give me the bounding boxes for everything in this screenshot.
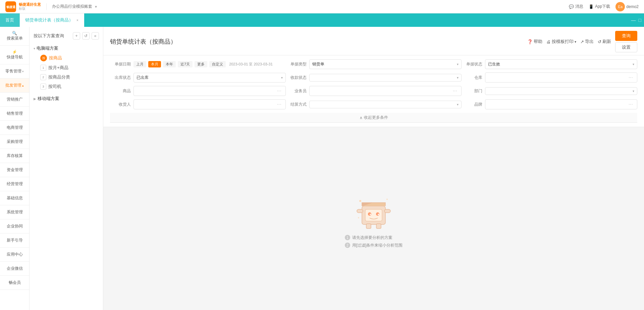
dept-control: ▾ xyxy=(485,87,637,95)
message-btn[interactable]: 💬 消息 xyxy=(569,4,583,9)
user-info[interactable]: Ea demo2 xyxy=(615,2,639,11)
tab-maximize-btn[interactable]: □ xyxy=(639,17,641,23)
date-this-year[interactable]: 本年 xyxy=(163,61,176,67)
sidebar-item-search[interactable]: 🔍 搜索菜单 xyxy=(0,27,29,46)
query-button[interactable]: 查询 xyxy=(615,31,637,41)
sidebar-item-ecom[interactable]: 电商管理 xyxy=(0,121,29,135)
sidebar-item-apps[interactable]: 应用中心 xyxy=(0,248,29,262)
hint-num-2: 2 xyxy=(345,243,350,248)
export-btn[interactable]: ↗ 导出 xyxy=(580,39,594,45)
tree-node-pc[interactable]: ▾ 电脑端方案 xyxy=(30,44,103,53)
help-btn[interactable]: ❓ 帮助 xyxy=(527,39,542,45)
sidebar-item-inventory[interactable]: 库存核算 xyxy=(0,149,29,163)
tree-child-label-goods: 按商品 xyxy=(49,55,62,61)
page-actions: ❓ 帮助 🖨 按模板打印 ▾ ↗ 导出 xyxy=(527,39,611,45)
page-title: 销货单统计表（按商品） xyxy=(110,38,176,46)
sidebar-item-cooperation[interactable]: 企业协同 xyxy=(0,219,29,234)
tree-arrow-pc: ▾ xyxy=(34,47,35,50)
goods-select[interactable]: ··· xyxy=(133,86,286,96)
tabbar: 首页 销货单统计表（按商品） × — □ xyxy=(0,13,644,27)
sidebar-item-member-label: 畅会员 xyxy=(0,280,29,286)
hint-text-2: 用[过滤]条件来缩小分析范围 xyxy=(352,243,403,248)
print-arrow: ▾ xyxy=(575,40,576,44)
add-scheme-btn[interactable]: + xyxy=(73,32,80,40)
doc-type-select[interactable]: 销货单 ▾ xyxy=(309,59,462,69)
sidebar-item-finance[interactable]: 资金管理 xyxy=(0,163,29,177)
tree-child-driver[interactable]: 3 按司机 xyxy=(30,82,103,91)
settlement-control: ▾ xyxy=(309,101,462,108)
brand-ellipsis[interactable]: ··· xyxy=(627,101,634,107)
sidebar-item-nav[interactable]: ⚡ 快捷导航 xyxy=(0,46,29,64)
phone-icon: 📱 xyxy=(589,4,594,9)
sidebar-item-guide[interactable]: 新手引导 xyxy=(0,234,29,248)
filter-area: 单据日期 上月 本月 本年 近7天 更多 自定义 2023-03-01 至 20… xyxy=(103,55,644,127)
sidebar-item-operation[interactable]: 经营管理 xyxy=(0,177,29,191)
settlement-select[interactable]: ▾ xyxy=(309,101,462,108)
doc-status-select[interactable]: 已生效 ▾ xyxy=(485,59,637,69)
collapse-filter-btn[interactable]: ∧ 收起更多条件 xyxy=(110,113,637,123)
tree-label-pc: 电脑端方案 xyxy=(37,45,58,51)
sidebar-item-basic-label: 基础信息 xyxy=(0,195,29,201)
hint-item-1: 1 请先选择要分析的方案 xyxy=(345,235,403,241)
receiver-ellipsis[interactable]: ··· xyxy=(276,101,283,107)
brand-select[interactable]: ··· xyxy=(485,99,637,109)
tree-child-category[interactable]: 2 按商品分类 xyxy=(30,72,103,82)
tab-sales-stat[interactable]: 销货单统计表（按商品） × xyxy=(20,13,84,27)
tree-child-by-goods[interactable]: 按 按商品 xyxy=(30,53,103,63)
sidebar-item-member[interactable]: 畅会员 xyxy=(0,276,29,290)
left-panel: 按以下方案查询 + ↺ « ▾ 电脑端方案 按 按商品 xyxy=(30,27,103,310)
export-label: 导出 xyxy=(585,39,594,45)
receipt-status-select[interactable]: ▾ xyxy=(309,74,462,82)
sidebar-item-sales[interactable]: 销售管理 xyxy=(0,107,29,121)
avatar-text: Ea xyxy=(618,5,623,9)
refresh-btn[interactable]: ↺ 刷新 xyxy=(598,39,611,45)
receiver-select[interactable]: ··· xyxy=(133,99,286,109)
doc-type-label: 单据类型 xyxy=(286,61,309,67)
workspace-name: 办公用品行业模拟账套 xyxy=(52,4,92,9)
sidebar-item-nav-label: 快捷导航 xyxy=(0,54,29,60)
doc-status-label: 单据状态 xyxy=(462,61,485,67)
tree-arrow-mobile: ▶ xyxy=(34,97,36,101)
collapse-panel-btn[interactable]: « xyxy=(92,32,99,40)
refresh-scheme-btn[interactable]: ↺ xyxy=(82,32,90,40)
warehouse-label: 仓库 xyxy=(462,75,485,81)
sidebar-item-purchase[interactable]: 采购管理 xyxy=(0,135,29,149)
sidebar-item-marketing[interactable]: 营销推广 xyxy=(0,93,29,107)
out-status-select[interactable]: 已出库 ▾ xyxy=(133,73,286,83)
warehouse-ellipsis[interactable]: ··· xyxy=(627,74,634,81)
staff-ellipsis[interactable]: ··· xyxy=(451,88,459,94)
active-scheme-icon: 按 xyxy=(40,55,47,61)
search-icon: 🔍 xyxy=(0,31,29,36)
tab-minimize-btn[interactable]: — xyxy=(631,17,636,23)
doc-type-arrow: ▾ xyxy=(457,62,459,66)
out-status-value: 已出库 xyxy=(137,75,149,81)
sidebar-item-wechat[interactable]: 企业微信 xyxy=(0,262,29,276)
warehouse-select[interactable]: ··· xyxy=(485,72,637,83)
date-7days[interactable]: 近7天 xyxy=(178,61,193,67)
export-icon: ↗ xyxy=(580,39,584,44)
date-custom[interactable]: 自定义 xyxy=(209,61,226,67)
tab-close-icon[interactable]: × xyxy=(76,18,78,22)
collapse-up-icon: ∧ xyxy=(360,115,363,120)
svg-text:畅捷通: 畅捷通 xyxy=(6,5,16,9)
set-button[interactable]: 设置 xyxy=(615,42,637,52)
refresh-icon: ↺ xyxy=(598,39,601,44)
dept-select[interactable]: ▾ xyxy=(485,87,637,95)
sidebar-item-basic[interactable]: 基础信息 xyxy=(0,191,29,205)
date-this-month[interactable]: 本月 xyxy=(148,61,161,67)
sidebar-item-system[interactable]: 系统管理 xyxy=(0,205,29,219)
print-btn[interactable]: 🖨 按模板打印 ▾ xyxy=(546,39,576,45)
date-prev-month[interactable]: 上月 xyxy=(133,61,146,67)
goods-ellipsis[interactable]: ··· xyxy=(276,88,283,94)
app-download-btn[interactable]: 📱 App下载 xyxy=(589,4,610,9)
date-more[interactable]: 更多 xyxy=(195,61,207,67)
doc-type-control: 销货单 ▾ xyxy=(309,59,462,69)
sidebar-item-wholesale[interactable]: 批发管理 ▴ xyxy=(0,79,29,93)
tree-child-monthly-goods[interactable]: 1 按月+商品 xyxy=(30,63,103,72)
retail-expand: 零售管理 ▾ xyxy=(0,68,29,74)
tree-node-mobile[interactable]: ▶ 移动端方案 xyxy=(30,94,103,103)
staff-select[interactable]: ··· xyxy=(309,86,462,96)
tab-home[interactable]: 首页 xyxy=(0,13,20,27)
sidebar-item-retail[interactable]: 零售管理 ▾ xyxy=(0,64,29,79)
tree-child-label-monthly: 按月+商品 xyxy=(48,65,68,71)
